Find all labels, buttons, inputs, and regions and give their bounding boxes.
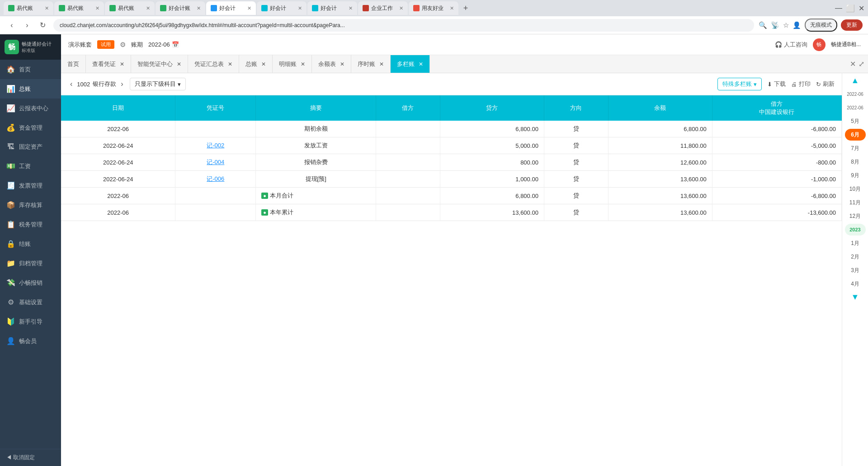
month-scroll-down[interactable]: ▼: [851, 292, 859, 302]
sidebar-item-member[interactable]: 👤 畅会员: [0, 331, 61, 351]
tab-close-6[interactable]: ✕: [298, 5, 302, 11]
cell-voucher-link[interactable]: 记-004: [175, 154, 256, 171]
tab-balance-close[interactable]: ✕: [340, 61, 344, 67]
month-2023-2[interactable]: 2月: [845, 251, 866, 263]
tab-detail-ledger-close[interactable]: ✕: [301, 61, 305, 67]
month-scroll-up[interactable]: ▲: [851, 76, 859, 85]
sidebar-item-assets[interactable]: 🏗 固定资产: [0, 137, 61, 156]
sidebar-item-home[interactable]: 🏠 首页: [0, 60, 61, 79]
status-badge[interactable]: 试用: [97, 40, 114, 49]
sidebar-item-invoice[interactable]: 🧾 发票管理: [0, 176, 61, 195]
maximize-button[interactable]: ⬜: [846, 4, 855, 13]
tab-close-1[interactable]: ✕: [45, 5, 49, 11]
cell-voucher-link[interactable]: 记-006: [175, 171, 256, 188]
month-5[interactable]: 5月: [845, 115, 866, 127]
prev-account-button[interactable]: ‹: [68, 79, 74, 89]
profile-icon[interactable]: 👤: [793, 21, 801, 29]
sidebar-item-tax[interactable]: 📋 税务管理: [0, 215, 61, 234]
sidebar-item-expense[interactable]: 💸 小畅报销: [0, 273, 61, 292]
browser-tab-8[interactable]: 企业工作 ✕: [358, 1, 408, 15]
tab-voucher-summary-close[interactable]: ✕: [228, 61, 232, 67]
month-2023-3[interactable]: 3月: [845, 264, 866, 276]
browser-tab-3[interactable]: 易代账 ✕: [105, 1, 155, 15]
month-10[interactable]: 10月: [845, 183, 866, 195]
browser-tab-7[interactable]: 好会计 ✕: [307, 1, 357, 15]
tab-detail-ledger[interactable]: 明细账 ✕: [273, 55, 312, 73]
tab-close-7[interactable]: ✕: [349, 5, 353, 11]
download-button[interactable]: ⬇ 下载: [767, 80, 786, 88]
tab-balance[interactable]: 余额表 ✕: [312, 55, 351, 73]
tab-journal[interactable]: 序时账 ✕: [351, 55, 391, 73]
month-11[interactable]: 11月: [845, 197, 866, 208]
tab-journal-close[interactable]: ✕: [379, 61, 384, 67]
month-7[interactable]: 7月: [845, 142, 866, 154]
month-2023-4[interactable]: 4月: [845, 278, 866, 290]
settings-gear-icon[interactable]: ⚙: [120, 41, 126, 49]
silent-mode-button[interactable]: 无痕模式: [805, 19, 837, 32]
browser-tab-4[interactable]: 好会计账 ✕: [156, 1, 205, 15]
sidebar-item-archive[interactable]: 📁 归档管理: [0, 254, 61, 273]
sidebar-item-funds[interactable]: 💰 资金管理: [0, 118, 61, 137]
tab-close-3[interactable]: ✕: [146, 5, 150, 11]
browser-tab-6[interactable]: 好会计 ✕: [257, 1, 307, 15]
close-button[interactable]: ✕: [859, 4, 864, 13]
month-2023-1[interactable]: 1月: [845, 237, 866, 249]
cell-debit: [376, 171, 440, 188]
url-bar[interactable]: cloud2.chanjet.com/accounting/uh26t264j5…: [53, 19, 754, 32]
reload-button[interactable]: ↻: [36, 19, 49, 32]
user-avatar[interactable]: 畅: [813, 38, 826, 51]
back-button[interactable]: ‹: [5, 19, 18, 32]
browser-tab-5[interactable]: 好会计 ✕: [206, 1, 256, 15]
new-tab-button[interactable]: +: [459, 2, 472, 14]
filter-select[interactable]: 只显示下级科目 ▾: [130, 78, 186, 90]
tab-favicon-7: [312, 5, 318, 11]
cell-credit: 1,000.00: [440, 171, 544, 188]
sidebar-item-settings[interactable]: ⚙ 基础设置: [0, 292, 61, 312]
tab-close-8[interactable]: ✕: [399, 5, 403, 11]
bookmark-icon[interactable]: ☆: [783, 21, 789, 29]
expand-tabs-icon[interactable]: ⤢: [859, 60, 864, 68]
search-icon[interactable]: 🔍: [759, 21, 767, 29]
sidebar-item-salary[interactable]: 💵 工资: [0, 156, 61, 176]
tab-general-ledger[interactable]: 总账 ✕: [239, 55, 273, 73]
tab-smart-voucher[interactable]: 智能凭证中心 ✕: [131, 55, 188, 73]
month-12[interactable]: 12月: [845, 210, 866, 222]
browser-tab-2[interactable]: 易代账 ✕: [54, 1, 104, 15]
browser-tab-9[interactable]: 用友好业 ✕: [409, 1, 458, 15]
tab-view-voucher[interactable]: 查看凭证 ✕: [86, 55, 131, 73]
tab-voucher-summary[interactable]: 凭证汇总表 ✕: [188, 55, 239, 73]
cell-voucher-link[interactable]: 记-002: [175, 137, 256, 154]
month-9[interactable]: 9月: [845, 169, 866, 181]
browser-tab-1[interactable]: 易代账 ✕: [4, 1, 53, 15]
tab-smart-voucher-close[interactable]: ✕: [177, 61, 181, 67]
forward-button[interactable]: ›: [21, 19, 33, 32]
sidebar-item-guide[interactable]: 🔰 新手引导: [0, 312, 61, 331]
next-account-button[interactable]: ›: [119, 79, 125, 89]
update-button[interactable]: 更新: [841, 19, 863, 31]
year-2023-label: 2023: [845, 224, 866, 235]
tab-home[interactable]: 首页: [61, 55, 86, 73]
tab-close-5[interactable]: ✕: [247, 5, 251, 11]
month-6[interactable]: 6月: [845, 129, 866, 141]
cast-icon[interactable]: 📡: [771, 21, 779, 29]
tab-general-ledger-close[interactable]: ✕: [261, 61, 266, 67]
minimize-button[interactable]: —: [835, 4, 842, 12]
tab-close-2[interactable]: ✕: [95, 5, 99, 11]
tab-view-voucher-close[interactable]: ✕: [120, 61, 124, 67]
sidebar-item-close[interactable]: 🔒 结账: [0, 234, 61, 254]
special-multicolumn-button[interactable]: 特殊多栏账 ▾: [717, 78, 762, 90]
sidebar-footer[interactable]: ◀ 取消固定: [0, 449, 61, 466]
refresh-button[interactable]: ↻ 刷新: [816, 80, 835, 88]
month-8[interactable]: 8月: [845, 156, 866, 168]
sidebar-item-inventory[interactable]: 📦 库存核算: [0, 195, 61, 215]
tab-close-4[interactable]: ✕: [197, 5, 201, 11]
collapse-tabs-icon[interactable]: ✕: [850, 60, 856, 68]
tab-multi-column-close[interactable]: ✕: [419, 61, 423, 67]
tab-close-9[interactable]: ✕: [450, 5, 454, 11]
help-button[interactable]: 🎧 人工咨询: [775, 41, 807, 49]
period-value[interactable]: 2022-06 📅: [148, 41, 179, 48]
sidebar-item-ledger[interactable]: 📊 总账: [0, 79, 61, 99]
sidebar-item-report[interactable]: 📈 云报表中心: [0, 99, 61, 118]
print-button[interactable]: 🖨 打印: [791, 80, 811, 88]
tab-multi-column[interactable]: 多栏账 ✕: [391, 55, 430, 73]
